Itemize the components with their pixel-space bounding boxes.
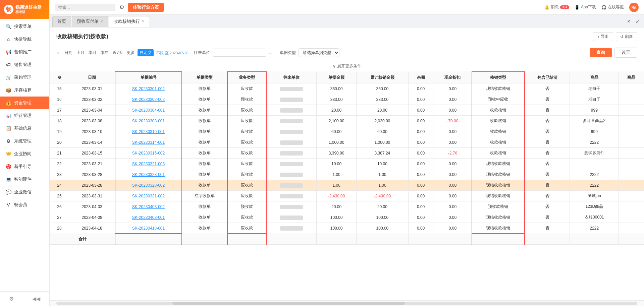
cell-date: 2023-04-03 <box>69 201 115 212</box>
filter-bar: » 日期 上月 本月 本年 近7天 更多 自定义 不限 至 2023-07-26… <box>50 44 644 61</box>
bill-no-link[interactable]: SK-20230328-002 <box>132 183 165 188</box>
online-service-item[interactable]: 🎧 在线客服 <box>601 4 624 10</box>
query-button[interactable]: 查询 <box>590 48 612 57</box>
settings-footer-icon[interactable]: ⚙ <box>6 294 16 303</box>
sidebar-item-smart-hardware[interactable]: 💻 智能硬件 <box>0 173 49 186</box>
date-cur-year[interactable]: 本年 <box>99 49 110 56</box>
cell-product1: 老白干 <box>570 94 619 105</box>
date-7days[interactable]: 近7天 <box>111 49 124 56</box>
sidebar-item-fund-mgmt[interactable]: 💰 资金管理 <box>0 97 49 109</box>
search-menu-icon: 🔍 <box>5 24 11 29</box>
total-amount <box>317 234 357 244</box>
col-biz-type[interactable]: 业务类型 <box>227 72 266 83</box>
partner-dots[interactable]: ... <box>269 50 274 55</box>
partner-filter-input[interactable] <box>213 49 266 57</box>
bill-no-link[interactable]: SK-20230308-001 <box>132 119 165 123</box>
tab-close-receipt-verify[interactable]: × <box>142 19 144 24</box>
sidebar-item-sys-mgmt[interactable]: ⚙ 系统管理 <box>0 135 49 147</box>
sidebar-item-marketing[interactable]: 📢 营销推广 <box>0 46 49 58</box>
app-download-item[interactable]: 📱 App下载 <box>575 4 596 10</box>
cell-no: 25 <box>50 191 69 201</box>
sidebar-item-inventory[interactable]: 📦 库存核算 <box>0 84 49 97</box>
cell-amount: 360.00 <box>317 83 357 94</box>
expand-conditions-btn[interactable]: ∨ 展开更多条件 <box>333 63 361 69</box>
col-bill-no[interactable]: 单据编号 <box>115 72 181 83</box>
cell-verify-type: 现结收款核销 <box>472 159 524 169</box>
tab-home[interactable]: 首页 <box>52 16 71 27</box>
cell-product2 <box>619 126 644 137</box>
expand-tab-btn[interactable]: ⤢ <box>634 17 641 26</box>
cell-bill-no: SK-20230314-001 <box>115 137 181 148</box>
col-date[interactable]: 日期 <box>69 72 115 83</box>
tab-close-prepayment[interactable]: × <box>101 19 103 24</box>
top-header: ⚙ 体验行业方案 🔔 消息 99+ 📱 App下载 🎧 在线客服 Rit <box>50 0 644 15</box>
col-include-settled[interactable]: 包含已结清 <box>525 72 570 83</box>
col-product2[interactable]: 商品 <box>619 72 644 83</box>
col-settings[interactable]: ⚙ <box>50 72 69 83</box>
sidebar-item-operation-mgmt[interactable]: 📊 经营管理 <box>0 109 49 122</box>
col-amount[interactable]: 单据金额 <box>317 72 357 83</box>
sidebar-item-enterprise-collab[interactable]: 🤝 企业协同 <box>0 147 49 160</box>
breadcrumb-search[interactable] <box>55 4 115 11</box>
tab-prepayment[interactable]: 预收应付单× <box>72 16 108 27</box>
bill-no-link[interactable]: SK-20230310-001 <box>132 129 165 134</box>
bill-no-link[interactable]: SK-20230328-001 <box>132 172 165 177</box>
bill-no-link[interactable]: SK-20230331-002 <box>132 194 165 198</box>
col-verify-amount[interactable]: 累计核销金额 <box>357 72 409 83</box>
col-verify-type[interactable]: 核销类型 <box>472 72 524 83</box>
cell-discount: 0.00 <box>433 137 472 148</box>
sidebar-item-quick-nav[interactable]: ⌂ 快捷导航 <box>0 33 49 46</box>
cell-balance: 0.00 <box>408 148 433 159</box>
bill-no-link[interactable]: SK-20230301-002 <box>132 86 165 91</box>
date-cur-month[interactable]: 本月 <box>87 49 98 56</box>
bill-no-link[interactable]: SK-20230314-001 <box>132 140 165 145</box>
sidebar-item-search-menu[interactable]: 🔍 搜索菜单 <box>0 20 49 33</box>
sidebar-item-sales-mgmt[interactable]: 🏷 销售管理 <box>0 58 49 71</box>
total-balance <box>408 234 433 244</box>
collapse-sidebar-icon[interactable]: ◀◀ <box>30 294 43 303</box>
filter-settings-button[interactable]: 设置 <box>614 48 637 58</box>
bill-no-link[interactable]: SK-20230302-002 <box>132 97 165 102</box>
solution-button[interactable]: 体验行业方案 <box>128 3 164 12</box>
col-partner[interactable]: 往来单位 <box>266 72 316 83</box>
sidebar-item-vip-member[interactable]: V 畅会员 <box>0 198 49 211</box>
sidebar-item-basic-info[interactable]: 📋 基础信息 <box>0 122 49 135</box>
cell-include-settled: 否 <box>525 137 570 148</box>
notification-item[interactable]: 🔔 消息 99+ <box>544 4 569 10</box>
col-balance[interactable]: 余额 <box>408 72 433 83</box>
bill-no-link[interactable]: SK-20230403-002 <box>132 204 165 209</box>
sidebar-item-purchase-mgmt[interactable]: 🛒 采购管理 <box>0 71 49 84</box>
table-row: 20 2023-03-14 SK-20230314-001 收款单 应收款 ██… <box>50 137 644 148</box>
cell-bill-no: SK-20230304-001 <box>115 105 181 116</box>
sidebar-item-beginner-guide[interactable]: 🎯 新手引导 <box>0 160 49 173</box>
cell-biz-type: 应收款 <box>227 137 266 148</box>
cell-discount: 0.00 <box>433 212 472 223</box>
header-settings-icon[interactable]: ⚙ <box>119 4 124 10</box>
cell-bill-no: SK-20230301-002 <box>115 83 181 94</box>
smart-hardware-icon: 💻 <box>5 177 11 182</box>
export-button[interactable]: ↑ 导出 <box>593 32 613 41</box>
date-prev-month[interactable]: 上月 <box>75 49 86 56</box>
marketing-icon: 📢 <box>5 49 11 55</box>
date-custom[interactable]: 自定义 <box>138 49 154 56</box>
cell-discount: 0.00 <box>433 169 472 180</box>
user-avatar[interactable]: Rit <box>629 3 639 12</box>
date-more[interactable]: 更多 <box>125 49 136 56</box>
bill-type-select[interactable]: 请选择单据类型 收款单 红字收款单 <box>299 48 339 57</box>
col-bill-type[interactable]: 单据类型 <box>182 72 227 83</box>
tab-receipt-verify[interactable]: 收款核销执行× <box>109 16 149 27</box>
bill-no-link[interactable]: SK-20230408-001 <box>132 215 165 220</box>
cell-product2 <box>619 137 644 148</box>
close-tab-btn[interactable]: × <box>626 17 632 26</box>
filter-toggle-btn[interactable]: » <box>56 50 59 55</box>
col-product1[interactable]: 商品 <box>570 72 619 83</box>
cell-discount: -2.76 <box>433 148 472 159</box>
bill-no-link[interactable]: SK-20230321-003 <box>132 162 165 166</box>
bill-no-link[interactable]: SK-20230304-001 <box>132 108 165 113</box>
refresh-button[interactable]: ↺ 刷新 <box>616 32 637 41</box>
bill-no-link[interactable]: SK-20230418-001 <box>132 226 165 231</box>
cell-product2 <box>619 201 644 212</box>
col-discount[interactable]: 现金折扣 <box>433 72 472 83</box>
bill-no-link[interactable]: SK-20230315-002 <box>132 151 165 156</box>
sidebar-item-enterprise-wechat[interactable]: 💬 企业微信 <box>0 186 49 198</box>
